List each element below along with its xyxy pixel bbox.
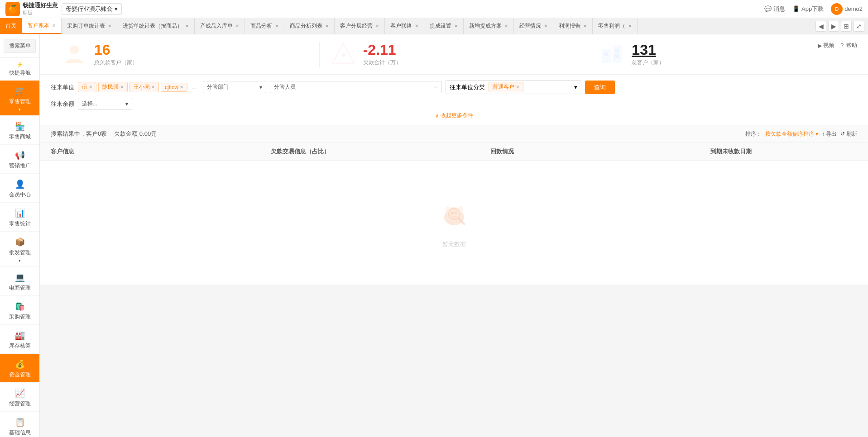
export-label: 导出 [826,130,837,138]
remove-tag-2-button[interactable]: ✕ [120,85,124,90]
refresh-icon: ↺ [840,131,845,137]
purchase-icon: 🛍️ [15,301,25,311]
remove-tag-4-button[interactable]: ✕ [180,85,183,90]
tab-nav-left[interactable]: ◀ [815,21,826,32]
sidebar-item-inventory[interactable]: 🏭 库存核算 [0,325,39,354]
stat-values-debt: -2.11 欠款合计（万） [363,43,401,66]
tab-profit-report[interactable]: 利润报告 ✕ [553,18,593,34]
svg-rect-5 [604,52,608,56]
sidebar-item-quick-nav[interactable]: ⚡ 快捷导航 [0,58,39,81]
sidebar-item-purchase[interactable]: 🛍️ 采购管理 [0,296,39,325]
app-download-button[interactable]: 📱 App下载 [792,5,824,13]
message-button[interactable]: 💬 消息 [764,5,785,13]
finance-label: 资金管理 [9,371,31,379]
tab-purchase-order-stats[interactable]: 采购订单统计表 ✕ [62,18,117,34]
sidebar-item-retail[interactable]: 🛒 零售管理 ▾ [0,81,39,116]
filter-tag-3-label: 王小亮 [134,83,150,91]
filter-tag-4: cjttcw ✕ [161,83,187,92]
tab-business-situation[interactable]: 经营情况 ✕ [514,18,553,34]
tabbar: 首页 客户账本 ✕ 采购订单统计表 ✕ 进货单统计表（按商品） ✕ 产成品入库单… [0,18,868,34]
sidebar-item-basic-info[interactable]: 📋 基础信息 [0,412,39,437]
basic-info-icon: 📋 [15,417,25,427]
tab-new-promotion-plan[interactable]: 新增提成方案 ✕ [464,18,514,34]
tab-home[interactable]: 首页 [0,18,22,34]
tab-goods-in-stats[interactable]: 进货单统计表（按商品） ✕ [117,18,195,34]
stat-block-customers: 16 总欠款客户（家） [51,42,320,67]
tab-close-icon[interactable]: ✕ [185,24,189,28]
account-label: 母婴行业演示账套 [66,5,113,13]
tab-close-icon[interactable]: ✕ [108,24,111,28]
tab-customer-tier[interactable]: 客户分层经营 ✕ [335,18,385,34]
tab-goods-analysis[interactable]: 商品分析 ✕ [245,18,284,34]
tab-label: 客户分层经营 [340,22,373,30]
tab-label: 产成品入库单 [200,22,233,30]
tab-close-icon[interactable]: ✕ [415,24,418,28]
collapse-label: 收起更多条件 [441,112,473,119]
dept-filter-label: 分管部门 [207,83,229,91]
remove-tag-1-button[interactable]: ✕ [89,85,92,90]
tab-label: 新增提成方案 [469,22,502,30]
tab-close-icon[interactable]: ✕ [375,24,379,28]
tab-close-customer-accounts[interactable]: ✕ [52,23,56,28]
tab-retail-profit[interactable]: 零售利润（ ✕ [593,18,638,34]
tab-close-icon[interactable]: ✕ [583,24,587,28]
sidebar-item-member[interactable]: 👤 会员中心 [0,174,39,203]
operations-label: 经营管理 [9,400,31,408]
fullscreen-icon[interactable]: ⤢ [854,21,864,32]
remove-category-tag-button[interactable]: ✕ [516,85,519,90]
sort-select[interactable]: 按欠款金额倒序排序 ▾ [765,130,818,138]
tab-product-in[interactable]: 产成品入库单 ✕ [195,18,245,34]
tab-promotion-settings[interactable]: 提成设置 ✕ [424,18,464,34]
tab-close-icon[interactable]: ✕ [235,24,239,28]
sidebar-item-batch-mgmt[interactable]: 📦 批发管理 ▾ [0,232,39,267]
tab-label: 零售利润（ [598,22,625,30]
svg-point-14 [446,206,450,213]
tab-close-icon[interactable]: ✕ [275,24,278,28]
inventory-label: 库存核算 [9,342,31,350]
sidebar-item-operations[interactable]: 📈 经营管理 [0,383,39,412]
marketing-label: 营销推广 [9,162,31,170]
search-results-bar: 搜索结果中，客户0家 欠款金额 0.00元 排序： 按欠款金额倒序排序 ▾ ↑ … [40,125,868,143]
tab-goods-analysis-list[interactable]: 商品分析列表 ✕ [284,18,335,34]
person-filter-input[interactable]: 分管人员 ··· [270,81,442,93]
search-menu-button[interactable]: 搜索菜单 [4,39,36,53]
stat-number-total: 131 [632,43,664,57]
sidebar-item-retail-stats[interactable]: 📊 零售统计 [0,203,39,232]
topbar-left: 🍊 畅捷通好生意 标版 母婴行业演示账套 ▾ [5,1,122,16]
col-debt-label: 欠款交易信息（占比） [271,148,330,155]
ecommerce-label: 电商管理 [9,284,31,292]
collapse-filters-button[interactable]: ∧ 收起更多条件 [51,112,857,119]
query-button[interactable]: 查询 [585,81,615,94]
sidebar-item-retail-mall[interactable]: 🏪 零售商城 [0,116,39,145]
help-button[interactable]: ？ 帮助 [839,42,857,49]
user-profile[interactable]: D demo2 [831,3,863,15]
sidebar-item-marketing[interactable]: 📢 营销推广 [0,145,39,174]
tab-close-icon[interactable]: ✕ [628,24,632,28]
export-icon: ↑ [822,131,825,137]
sidebar-item-ecommerce[interactable]: 💻 电商管理 [0,267,39,296]
tab-close-icon[interactable]: ✕ [454,24,458,28]
refresh-button[interactable]: ↺ 刷新 [840,130,857,138]
category-filter-label: 往来单位分类 [450,83,485,91]
tab-close-icon[interactable]: ✕ [504,24,508,28]
tab-customer-accounts[interactable]: 客户账本 ✕ [22,18,62,34]
remove-tag-3-button[interactable]: ✕ [151,85,155,90]
export-button[interactable]: ↑ 导出 [822,130,837,138]
message-label: 消息 [773,5,785,13]
tab-close-icon[interactable]: ✕ [325,24,329,28]
category-filter[interactable]: 往来单位分类 普通客户 ✕ ▾ [446,80,581,94]
account-selector[interactable]: 母婴行业演示账套 ▾ [62,3,122,15]
batch-label: 批发管理 [9,249,31,256]
tab-label: 商品分析列表 [290,22,322,30]
sidebar-item-finance[interactable]: 💰 资金管理 [0,354,39,383]
tab-expand[interactable]: ⊞ [841,21,852,32]
more-tags-button[interactable]: ... [189,83,199,91]
stats-header: 16 总欠款客户（家） ✦ -2.11 欠款合计（万） [40,34,868,75]
tab-label: 进货单统计表（按商品） [123,22,182,30]
tab-customer-contact[interactable]: 客户联络 ✕ [385,18,424,34]
tab-close-icon[interactable]: ✕ [544,24,547,28]
balance-filter-select[interactable]: 选择... ▾ [78,98,132,110]
dept-filter-select[interactable]: 分管部门 ▾ [203,81,266,93]
video-button[interactable]: ▶ 视频 [818,42,834,49]
tab-nav-right[interactable]: ▶ [828,21,839,32]
